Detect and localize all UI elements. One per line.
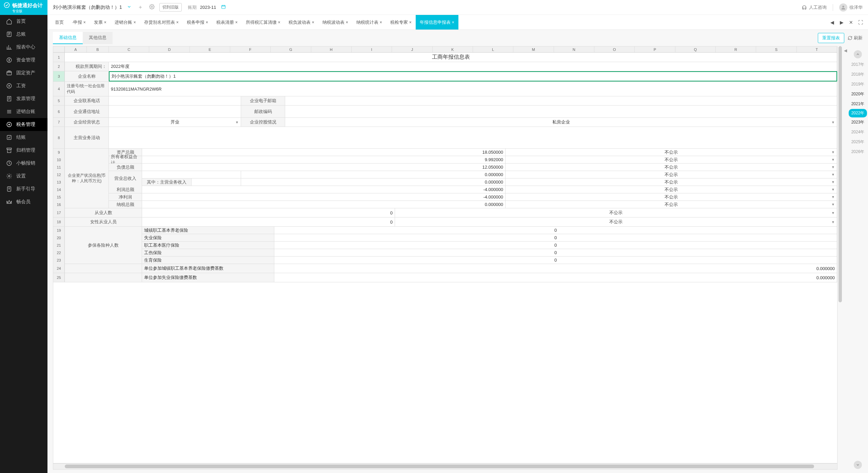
year-item[interactable]: 2023年 — [851, 117, 865, 127]
nav-assets[interactable]: 固定资产 — [0, 67, 47, 79]
switch-old-button[interactable]: 切到旧版 — [159, 3, 182, 12]
col-header[interactable]: T — [797, 46, 837, 52]
pub-select[interactable]: 不公示▼ — [506, 178, 837, 186]
col-header[interactable]: P — [635, 46, 675, 52]
tab-item[interactable]: 纳税统计表× — [352, 15, 386, 30]
nav-archive[interactable]: 归档管理 — [0, 144, 47, 157]
col-header[interactable]: N — [554, 46, 594, 52]
pub-select[interactable]: 不公示▼ — [506, 149, 837, 156]
year-up[interactable] — [854, 50, 862, 58]
tab-item[interactable]: 纳税波动表× — [318, 15, 352, 30]
close-icon[interactable]: × — [409, 20, 412, 25]
nav-vip[interactable]: 畅会员 — [0, 195, 47, 208]
col-header[interactable]: L — [473, 46, 513, 52]
close-icon[interactable]: × — [312, 20, 314, 25]
close-icon[interactable]: × — [278, 20, 280, 25]
support-link[interactable]: 人工咨询 — [802, 4, 827, 11]
tab-item[interactable]: 年报信息申报表× — [416, 15, 458, 30]
close-icon[interactable]: × — [176, 20, 179, 25]
pub-select[interactable]: 不公示▼ — [506, 156, 837, 163]
nav-reports[interactable]: 报表中心 — [0, 41, 47, 54]
col-header[interactable]: C — [109, 46, 149, 52]
user-menu[interactable]: 徐泽华 — [839, 3, 863, 12]
col-header[interactable]: O — [594, 46, 635, 52]
account-selector[interactable]: 刘小艳演示账套（勿删勿动！）1 — [53, 4, 122, 11]
panel-collapse[interactable]: ◀ — [843, 46, 848, 473]
tab-item[interactable]: ·申报× — [68, 15, 90, 30]
nav-guide[interactable]: 新手引导 — [0, 183, 47, 195]
close-icon[interactable]: × — [206, 20, 208, 25]
year-item[interactable]: 2021年 — [851, 99, 865, 109]
close-icon[interactable]: × — [452, 20, 454, 25]
col-header[interactable]: M — [513, 46, 554, 52]
close-icon[interactable]: × — [235, 20, 238, 25]
col-header[interactable]: E — [190, 46, 230, 52]
year-down[interactable] — [854, 461, 862, 469]
pub-select[interactable]: 不公示▼ — [506, 186, 837, 193]
vertical-scrollbar[interactable] — [837, 46, 843, 473]
col-header[interactable]: Q — [675, 46, 716, 52]
subtab-basic[interactable]: 基础信息 — [53, 32, 83, 44]
refresh-button[interactable]: 刷新 — [848, 35, 863, 41]
nav-home[interactable]: 首页 — [0, 15, 47, 28]
tab-item[interactable]: 税务申报× — [183, 15, 212, 30]
company-name-cell[interactable]: 刘小艳演示账套（勿删勿动！）1 — [109, 71, 837, 81]
tab-prev[interactable]: ◀ — [827, 18, 837, 27]
tab-item[interactable]: 税检专家× — [386, 15, 416, 30]
nav-salary[interactable]: 工资 — [0, 79, 47, 92]
col-header[interactable]: J — [392, 46, 432, 52]
subtab-other[interactable]: 其他信息 — [83, 32, 113, 44]
close-icon[interactable]: × — [134, 20, 136, 25]
tab-close-all[interactable]: ✕ — [846, 18, 856, 27]
period-value[interactable]: 2023-11 — [200, 5, 216, 10]
pub-select[interactable]: 不公示▼ — [395, 208, 837, 217]
pub-select[interactable]: 不公示▼ — [506, 171, 837, 178]
col-header[interactable]: G — [271, 46, 311, 52]
tab-item[interactable]: 首页× — [51, 15, 68, 30]
nav-settings[interactable]: 设置 — [0, 170, 47, 183]
col-header[interactable]: K — [433, 46, 473, 52]
col-header[interactable]: B — [87, 46, 109, 52]
nav-stock[interactable]: 进销台账 — [0, 105, 47, 118]
col-header[interactable]: F — [230, 46, 271, 52]
close-icon[interactable]: × — [380, 20, 382, 25]
nav-expense[interactable]: 小畅报销 — [0, 157, 47, 170]
col-header[interactable]: I — [352, 46, 392, 52]
close-icon[interactable]: × — [104, 20, 106, 25]
plus-icon[interactable]: ＋ — [136, 4, 144, 11]
pub-select[interactable]: 不公示▼ — [506, 193, 837, 201]
status-select[interactable]: 开业 ▼ — [109, 118, 241, 127]
tab-next[interactable]: ▶ — [837, 18, 846, 27]
close-icon[interactable]: × — [83, 20, 86, 25]
tab-item[interactable]: 所得税汇算清缴× — [242, 15, 284, 30]
year-item[interactable]: 2022年 — [849, 109, 867, 117]
tab-item[interactable]: 存货别名对照表× — [140, 15, 183, 30]
pub-select[interactable]: 不公示▼ — [395, 217, 837, 226]
col-header[interactable]: S — [756, 46, 796, 52]
nav-invoice[interactable]: 发票管理 — [0, 92, 47, 105]
col-header[interactable]: A — [65, 46, 87, 52]
tab-item[interactable]: 进销台账× — [111, 15, 140, 30]
tab-fullscreen[interactable]: ⛶ — [856, 18, 865, 27]
nav-tax[interactable]: 税务管理 — [0, 118, 47, 131]
year-item[interactable]: 2020年 — [851, 89, 865, 99]
reset-button[interactable]: 重置报表 — [818, 33, 844, 43]
nav-funds[interactable]: 资金管理 — [0, 54, 47, 67]
tab-item[interactable]: 税表清册× — [212, 15, 242, 30]
close-icon[interactable]: × — [346, 20, 348, 25]
tab-item[interactable]: 发票× — [90, 15, 111, 30]
nav-closing[interactable]: 结账 — [0, 131, 47, 144]
col-header[interactable]: D — [149, 46, 190, 52]
tab-item[interactable]: 税负波动表× — [284, 15, 318, 30]
col-header[interactable]: R — [716, 46, 756, 52]
gear-icon[interactable] — [148, 4, 156, 11]
nav-ledger[interactable]: 总账 — [0, 28, 47, 41]
pub-select[interactable]: 不公示▼ — [506, 164, 837, 171]
horizontal-scrollbar[interactable] — [53, 463, 837, 469]
sheet-body[interactable]: 1 工商年报信息表 2 税款所属期间： 2022年度 3 企业名称 刘小艳演示账… — [53, 53, 837, 463]
col-header[interactable]: H — [311, 46, 352, 52]
holding-select[interactable]: 私营企业 ▼ — [285, 118, 837, 127]
chevron-down-icon[interactable] — [125, 4, 133, 11]
calendar-icon[interactable] — [220, 4, 227, 11]
pub-select[interactable]: 不公示▼ — [506, 201, 837, 208]
